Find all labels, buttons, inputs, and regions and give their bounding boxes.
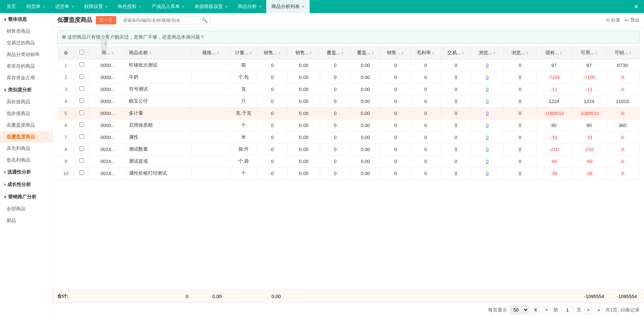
row-browse1[interactable]: 0 — [471, 71, 504, 83]
nav-purchase-order[interactable]: 进货单 × — [50, 0, 79, 13]
row-checkbox[interactable] — [75, 119, 89, 131]
sidebar-item-high-value[interactable]: 高价值商品 — [0, 96, 52, 108]
row-browse1[interactable]: 0 — [471, 83, 504, 95]
nav-close-template-settings[interactable]: × — [225, 4, 227, 9]
nav-template-settings[interactable]: 单据模板设置 × — [189, 0, 232, 13]
page-label-after: 页 — [577, 307, 581, 313]
col-name-header[interactable]: 商品名称⇕ — [126, 47, 192, 59]
sidebar-item-high-coverage[interactable]: 高覆盖度商品 — [0, 119, 52, 131]
sidebar-item-all-goods[interactable]: 全部商品 — [0, 203, 52, 215]
col-browse2-header[interactable]: 浏览...⇕ — [504, 47, 537, 59]
sidebar-item-low-coverage[interactable]: 低覆盖度商品 — [0, 131, 52, 143]
footer-stock1: -1095554 — [581, 294, 607, 299]
page-number-input[interactable] — [561, 306, 574, 314]
row-checkbox[interactable] — [75, 167, 89, 179]
sidebar-item-low-margin[interactable]: 低毛利商品 — [0, 154, 52, 166]
col-sales-day-header[interactable]: 销售...⇕ — [380, 47, 411, 59]
nav-product-analysis-list[interactable]: 商品分析列表 × — [266, 0, 309, 13]
per-page-select[interactable]: 50 10 20 100 — [510, 306, 529, 314]
select-all-checkbox[interactable] — [79, 50, 84, 55]
col-stock1-header[interactable]: 现有...⇕ — [536, 47, 572, 59]
row-browse1[interactable]: 0 — [471, 95, 504, 107]
row-gross-margin: 0 — [411, 131, 441, 143]
col-trade-header[interactable]: 交易...⇕ — [441, 47, 471, 59]
row-checkbox[interactable] — [75, 155, 89, 167]
row-browse1[interactable]: 0 — [471, 59, 504, 71]
col-settings[interactable]: ⚙ — [57, 47, 75, 59]
sidebar-section-marketing[interactable]: ∨ 营销推广分析 — [0, 191, 52, 203]
nav-close-product-analysis-list[interactable]: × — [302, 4, 304, 9]
row-sales-day: 0 — [380, 155, 411, 167]
col-cov-cust-header[interactable]: 覆盖...⇕ — [320, 47, 350, 59]
row-sales-day: 0 — [380, 167, 411, 179]
search-input[interactable] — [123, 18, 202, 23]
row-checkbox[interactable] — [75, 107, 89, 119]
row-browse2: 0 — [504, 155, 537, 167]
row-checkbox[interactable] — [75, 95, 89, 107]
col-gross-header[interactable]: 毛利率⇕ — [411, 47, 441, 59]
sidebar-item-inventory-fund[interactable]: 库存资金占用 — [0, 72, 52, 84]
sidebar-section-category[interactable]: ∨ 类别度分析 — [0, 84, 52, 96]
col-avail-header[interactable]: 可用...⇕ — [572, 47, 607, 59]
per-page-label: 每页显示 — [488, 307, 507, 313]
nav-close-purchase-order[interactable]: × — [71, 4, 74, 9]
row-gross-margin: 0 — [411, 107, 441, 119]
nav-close-product-analysis[interactable]: × — [259, 4, 261, 9]
row-browse1[interactable]: 0 — [471, 143, 504, 155]
col-browse1-header[interactable]: 浏览...⇕ — [471, 47, 504, 59]
row-browse1[interactable]: 0 — [471, 131, 504, 143]
row-browse1[interactable]: 0 — [471, 107, 504, 119]
row-checkbox[interactable] — [75, 131, 89, 143]
row-checkbox[interactable] — [75, 71, 89, 83]
sidebar-item-stocked-goods[interactable]: 有库存的商品 — [0, 60, 52, 72]
row-browse1[interactable]: 0 — [471, 119, 504, 131]
nav-close-product-storage[interactable]: × — [182, 4, 184, 9]
time-filter-button[interactable]: 近一月 — [96, 16, 116, 24]
last-page-button[interactable]: » — [595, 306, 602, 314]
col-cov-rate-header[interactable]: 覆盖...⇕ — [350, 47, 381, 59]
nav-product-analysis[interactable]: 商品分析 × — [233, 0, 266, 13]
row-name: 测试数量 — [126, 143, 192, 155]
sidebar-section-overall[interactable]: ∨ 整体信息 — [0, 13, 52, 25]
sidebar-item-traded-goods[interactable]: 交易过的商品 — [0, 37, 52, 49]
row-browse1[interactable]: 0 — [471, 155, 504, 167]
next-page-button[interactable]: > — [584, 306, 592, 314]
share-button[interactable]: ⎘ 分享 — [606, 17, 620, 24]
row-browse1[interactable]: 0 — [471, 167, 504, 179]
sidebar-item-sales-goods[interactable]: 销售类商品 — [0, 25, 52, 37]
col-sellable-header[interactable]: 可销...⇕ — [607, 47, 640, 59]
nav-home[interactable]: 首页 — [1, 0, 21, 13]
row-avail: -210 — [572, 143, 607, 155]
sidebar-item-category-rate[interactable]: 商品分类动销率 — [0, 49, 52, 60]
sidebar-section-growth[interactable]: > 成长性分析 — [0, 178, 52, 191]
col-id-header[interactable]: 商...⇕ — [89, 47, 127, 59]
col-sales-amt-header[interactable]: 销售...⇕ — [287, 47, 320, 59]
nav-close-permissions[interactable]: × — [105, 4, 107, 9]
row-checkbox[interactable] — [75, 143, 89, 155]
nav-permissions[interactable]: 权限设置 × — [79, 0, 113, 13]
row-spec — [192, 119, 230, 131]
nav-role-auth[interactable]: 角色授权 × — [113, 0, 146, 13]
col-checkbox-all[interactable] — [75, 47, 89, 59]
sidebar-item-high-margin[interactable]: 高毛利商品 — [0, 143, 52, 154]
footer-total-label: 合计: — [57, 293, 68, 300]
first-page-button[interactable]: K — [532, 306, 540, 314]
prev-page-button[interactable]: < — [543, 306, 550, 314]
sidebar-section-liquidity[interactable]: > 流通性分析 — [0, 166, 52, 178]
col-unit-header[interactable]: 计量...⇕ — [229, 47, 257, 59]
sidebar-collapse-button[interactable]: 《 — [101, 39, 107, 49]
window-close-button[interactable]: ✕ — [629, 0, 643, 13]
nav-close-role-auth[interactable]: × — [139, 4, 141, 9]
nav-close-sales-order[interactable]: × — [43, 4, 45, 9]
sidebar-item-low-value[interactable]: 低价值商品 — [0, 108, 52, 119]
sidebar-item-new-goods[interactable]: 新品 — [0, 215, 52, 226]
row-stock1: 80 — [536, 119, 572, 131]
row-cov-cust: 0 — [320, 131, 350, 143]
nav-sales-order[interactable]: 销货单 × — [21, 0, 50, 13]
nav-product-storage[interactable]: 产成品入库单 × — [146, 0, 189, 13]
row-checkbox[interactable] — [75, 83, 89, 95]
row-checkbox[interactable] — [75, 59, 89, 71]
export-button[interactable]: ↩ 导出 — [625, 17, 640, 24]
col-sales-qty-header[interactable]: 销售...⇕ — [257, 47, 287, 59]
col-spec-header[interactable]: 规格...⇕ — [192, 47, 230, 59]
